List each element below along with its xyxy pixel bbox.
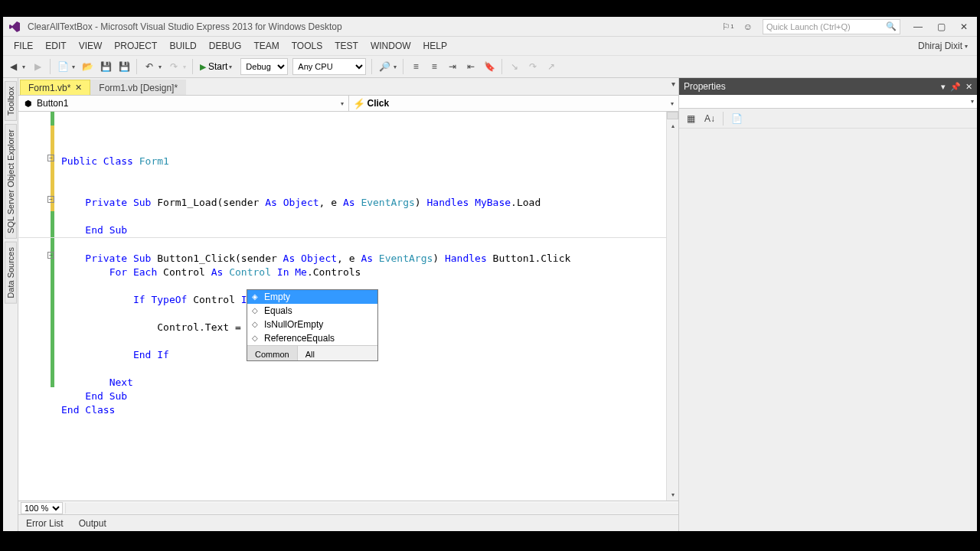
minimize-button[interactable]: — (910, 20, 926, 34)
open-file-button[interactable]: 📂 (79, 58, 96, 75)
properties-title-bar: Properties ▾ 📌 ✕ (679, 78, 977, 95)
intellisense-item[interactable]: ◇ReferenceEquals (247, 331, 377, 345)
scroll-down-button[interactable]: ▾ (667, 488, 678, 500)
quick-launch-placeholder: Quick Launch (Ctrl+Q) (766, 22, 851, 31)
notification-flag-icon[interactable]: ⚐1 (720, 19, 736, 34)
method-icon: ◇ (250, 320, 260, 329)
bottom-tab-error-list[interactable]: Error List (18, 516, 71, 531)
menu-edit[interactable]: EDIT (39, 38, 72, 54)
undo-button[interactable]: ↶ (141, 58, 158, 75)
class-selector[interactable]: ⬢ Button1 ▾ (18, 96, 349, 111)
search-icon: 🔍 (886, 21, 897, 31)
menu-view[interactable]: VIEW (73, 38, 109, 54)
scrollbar-track[interactable] (667, 132, 678, 488)
intellisense-popup[interactable]: ◈Empty◇Equals◇IsNullOrEmpty◇ReferenceEqu… (247, 289, 378, 361)
file-tab-label: Form1.vb [Design]* (99, 83, 178, 93)
menu-help[interactable]: HELP (417, 38, 453, 54)
split-handle[interactable] (667, 112, 678, 119)
chevron-down-icon: ▾ (671, 100, 674, 107)
redo-button[interactable]: ↷ (165, 58, 182, 75)
save-all-button[interactable]: 💾 (116, 58, 132, 75)
file-tab-label: Form1.vb* (28, 83, 70, 93)
comment-button[interactable]: ≡ (407, 58, 424, 75)
intellisense-item[interactable]: ◇Equals (247, 304, 377, 318)
bottom-tab-output[interactable]: Output (71, 516, 114, 531)
pin-icon[interactable]: 📌 (950, 82, 961, 92)
intellisense-label: ReferenceEquals (264, 331, 335, 345)
horizontal-scrollbar[interactable] (65, 503, 678, 514)
method-icon: ◇ (250, 306, 260, 315)
menu-test[interactable]: TEST (328, 38, 364, 54)
code-editor[interactable]: −Public Class Form1 − Private Sub Form1_… (18, 112, 678, 500)
feedback-icon[interactable]: ☺ (740, 19, 756, 34)
bottom-tool-tabs: Error ListOutput (18, 514, 678, 531)
side-tab-data-sources[interactable]: Data Sources (5, 242, 17, 304)
properties-toolbar: ▦ A↓ 📄 (679, 109, 977, 129)
window-position-button[interactable]: ▾ (941, 82, 946, 92)
find-button[interactable]: 🔎 (376, 58, 393, 75)
categorized-button[interactable]: ▦ (682, 110, 699, 127)
menu-project[interactable]: PROJECT (108, 38, 163, 54)
intellisense-tab-common[interactable]: Common (247, 346, 298, 360)
window-title: ClearAllTextBox - Microsoft Visual Studi… (28, 21, 342, 32)
start-debug-button[interactable]: ▶ Start ▾ (197, 60, 237, 73)
menu-build[interactable]: BUILD (163, 38, 202, 54)
side-tab-sql-server-object-explorer[interactable]: SQL Server Object Explorer (5, 124, 17, 239)
bookmark-button[interactable]: 🔖 (481, 58, 498, 75)
code-line: For Each Control As Control In Me.Contro… (61, 266, 666, 279)
quick-launch-input[interactable]: Quick Launch (Ctrl+Q) 🔍 (763, 19, 900, 34)
nav-forward-button[interactable]: ▶ (29, 58, 46, 75)
menu-file[interactable]: FILE (8, 38, 39, 54)
indent-button[interactable]: ⇥ (444, 58, 461, 75)
play-icon: ▶ (200, 62, 206, 72)
chevron-down-icon: ▾ (341, 100, 344, 107)
outline-toggle[interactable]: − (47, 252, 54, 259)
properties-body (679, 129, 977, 531)
step-into-button[interactable]: ↘ (506, 58, 523, 75)
code-line: End Class (61, 403, 666, 417)
object-icon: ⬢ (23, 98, 34, 109)
event-icon: ⚡ (354, 98, 364, 109)
side-tab-toolbox[interactable]: Toolbox (5, 81, 17, 121)
menu-debug[interactable]: DEBUG (203, 38, 248, 54)
property-pages-button: 📄 (728, 110, 745, 127)
step-out-button[interactable]: ↗ (543, 58, 560, 75)
tab-overflow-button[interactable]: ▾ (671, 80, 675, 88)
platform-select[interactable]: Any CPU (292, 58, 366, 75)
chevron-down-icon: ▾ (965, 43, 968, 50)
menubar: FILEEDITVIEWPROJECTBUILDDEBUGTEAMTOOLSTE… (3, 37, 977, 55)
close-panel-button[interactable]: ✕ (965, 82, 972, 92)
alphabetical-button[interactable]: A↓ (701, 110, 718, 127)
save-button[interactable]: 💾 (97, 58, 114, 75)
zoom-select[interactable]: 100 % (21, 502, 63, 514)
intellisense-item[interactable]: ◈Empty (247, 290, 377, 304)
nav-back-button[interactable]: ◀ (5, 58, 21, 75)
menu-tools[interactable]: TOOLS (286, 38, 328, 54)
scroll-up-button[interactable]: ▴ (667, 119, 678, 132)
step-over-button[interactable]: ↷ (524, 58, 541, 75)
config-select[interactable]: Debug (240, 58, 288, 75)
uncomment-button[interactable]: ≡ (426, 58, 443, 75)
close-tab-button[interactable]: ✕ (75, 83, 82, 93)
menu-team[interactable]: TEAM (247, 38, 285, 54)
intellisense-item[interactable]: ◇IsNullOrEmpty (247, 318, 377, 331)
member-selector[interactable]: ⚡ Click ▾ (349, 96, 679, 111)
properties-panel: Properties ▾ 📌 ✕ ▾ ▦ A↓ 📄 (678, 78, 977, 531)
signed-in-user[interactable]: Dhiraj Dixit ▾ (913, 41, 972, 51)
properties-object-select[interactable]: ▾ (679, 95, 977, 109)
outline-toggle[interactable]: − (47, 196, 54, 203)
outline-toggle[interactable]: − (47, 155, 54, 161)
close-button[interactable]: ✕ (956, 20, 972, 34)
menu-window[interactable]: WINDOW (364, 38, 417, 54)
code-line (61, 362, 666, 376)
file-tab[interactable]: Form1.vb [Design]* (90, 80, 186, 95)
intellisense-tab-all[interactable]: All (298, 346, 322, 360)
new-project-button[interactable]: 📄 (54, 58, 71, 75)
maximize-button[interactable]: ▢ (933, 20, 949, 34)
left-tool-tabs: ToolboxSQL Server Object ExplorerData So… (3, 78, 18, 531)
editor-footer: 100 % (18, 500, 678, 514)
code-line: End Sub (61, 223, 666, 237)
file-tab[interactable]: Form1.vb*✕ (20, 80, 90, 95)
outdent-button[interactable]: ⇤ (462, 58, 479, 75)
intellisense-label: Equals (264, 304, 292, 318)
